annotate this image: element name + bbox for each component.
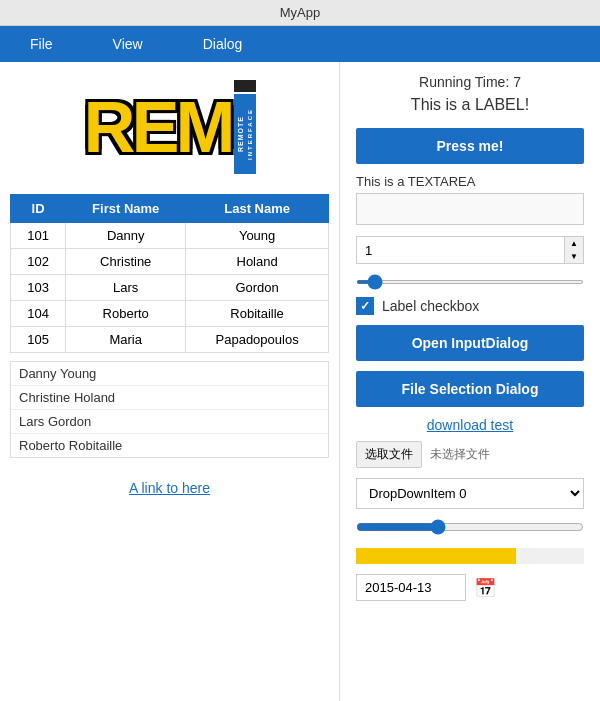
table-row: 103LarsGordon <box>11 275 329 301</box>
table-row: 101DannyYoung <box>11 223 329 249</box>
slider1-container <box>356 272 584 287</box>
spinner-up-button[interactable]: ▲ <box>565 237 583 250</box>
list-item: Roberto Robitaille <box>11 434 328 457</box>
logo-container: REM REMote interface <box>10 72 329 182</box>
app-title: MyApp <box>280 5 320 20</box>
checkbox[interactable]: ✓ <box>356 297 374 315</box>
table-cell: Christine <box>66 249 186 275</box>
date-field[interactable] <box>356 574 466 601</box>
col-header-id: ID <box>11 195 66 223</box>
calendar-icon[interactable]: 📅 <box>474 577 496 599</box>
file-select-row: 选取文件 未选择文件 <box>356 441 584 468</box>
menu-file[interactable]: File <box>0 32 83 56</box>
main-label: This is a LABEL! <box>356 96 584 114</box>
title-bar: MyApp <box>0 0 600 26</box>
spinner-row: ▲ ▼ <box>356 236 584 264</box>
logo-right: REMote interface <box>234 80 256 174</box>
checkbox-checkmark: ✓ <box>360 299 370 313</box>
table-cell: 105 <box>11 327 66 353</box>
logo-bar <box>234 80 256 92</box>
table-cell: Young <box>186 223 329 249</box>
open-input-dialog-button[interactable]: Open InputDialog <box>356 325 584 361</box>
table-cell: Gordon <box>186 275 329 301</box>
logo-remote-box: REMote interface <box>234 94 256 174</box>
link-area: A link to here <box>10 470 329 506</box>
right-panel: Running Time: 7 This is a LABEL! Press m… <box>340 62 600 701</box>
table-cell: 104 <box>11 301 66 327</box>
checkbox-row: ✓ Label checkbox <box>356 297 584 315</box>
table-cell: Holand <box>186 249 329 275</box>
slider2[interactable] <box>356 519 584 535</box>
slider1[interactable] <box>356 280 584 284</box>
list-area: Danny YoungChristine HolandLars GordonRo… <box>10 361 329 458</box>
spinner-down-button[interactable]: ▼ <box>565 250 583 263</box>
file-select-none-label: 未选择文件 <box>430 446 490 463</box>
date-row: 📅 <box>356 574 584 601</box>
dropdown-select[interactable]: DropDownItem 0DropDownItem 1DropDownItem… <box>356 478 584 509</box>
col-header-firstname: First Name <box>66 195 186 223</box>
table-cell: 102 <box>11 249 66 275</box>
color-bar <box>356 548 584 564</box>
table-row: 104RobertoRobitaille <box>11 301 329 327</box>
menu-dialog[interactable]: Dialog <box>173 32 273 56</box>
spinner-buttons: ▲ ▼ <box>564 237 583 263</box>
spinner-input[interactable] <box>357 238 564 263</box>
checkbox-label: Label checkbox <box>382 298 479 314</box>
list-item: Danny Young <box>11 362 328 386</box>
table-cell: Danny <box>66 223 186 249</box>
file-selection-dialog-button[interactable]: File Selection Dialog <box>356 371 584 407</box>
list-item: Christine Holand <box>11 386 328 410</box>
table-cell: Lars <box>66 275 186 301</box>
textarea-label: This is a TEXTAREA <box>356 174 584 189</box>
table-row: 102ChristineHoland <box>11 249 329 275</box>
table-cell: Papadopoulos <box>186 327 329 353</box>
page-link[interactable]: A link to here <box>129 480 210 496</box>
logo-rem-text: REM <box>84 91 232 163</box>
file-select-button[interactable]: 选取文件 <box>356 441 422 468</box>
table-row: 105MariaPapadopoulos <box>11 327 329 353</box>
table-cell: Maria <box>66 327 186 353</box>
running-time-label: Running Time: 7 <box>356 74 584 90</box>
main-content: REM REMote interface ID First Name Last … <box>0 62 600 701</box>
logo-interface-label: interface <box>246 108 252 160</box>
main-textarea[interactable] <box>356 193 584 225</box>
color-bar-fill <box>356 548 516 564</box>
table-cell: 103 <box>11 275 66 301</box>
table-cell: Roberto <box>66 301 186 327</box>
press-me-button[interactable]: Press me! <box>356 128 584 164</box>
download-link[interactable]: download test <box>356 417 584 433</box>
menu-view[interactable]: View <box>83 32 173 56</box>
left-panel: REM REMote interface ID First Name Last … <box>0 62 340 701</box>
table-cell: Robitaille <box>186 301 329 327</box>
slider2-container <box>356 519 584 538</box>
table-cell: 101 <box>11 223 66 249</box>
data-table: ID First Name Last Name 101DannyYoung102… <box>10 194 329 353</box>
list-item: Lars Gordon <box>11 410 328 434</box>
menu-bar: File View Dialog <box>0 26 600 62</box>
col-header-lastname: Last Name <box>186 195 329 223</box>
logo-remote-label: REMote <box>237 116 244 152</box>
